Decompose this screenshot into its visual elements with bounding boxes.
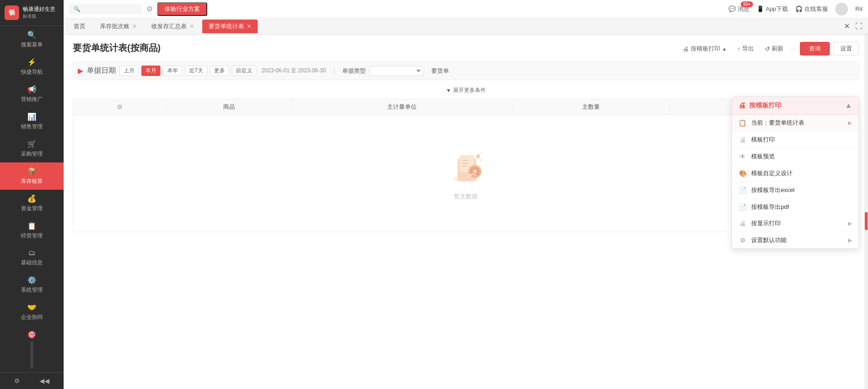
sidebar-item-enterprise[interactable]: 🤝企业协同 [0,298,64,326]
app-name: 畅康通好生意 [23,6,55,13]
app-icon: 📱 [757,5,764,12]
refresh-button[interactable]: ↺ 刷新 [761,43,787,55]
tab-inventory-batch[interactable]: 库存批次账✕ [94,20,143,33]
tab-close-inventory-batch[interactable]: ✕ [132,23,137,30]
date-btn-more[interactable]: 更多 [210,66,229,76]
trial-button[interactable]: 体验行业方案 [157,2,207,16]
table-settings-icon[interactable]: ⚙ [117,103,123,111]
expand-icon[interactable]: ▶ [78,66,83,75]
message-button[interactable]: 💬 消息 99+ [728,5,749,13]
right-scrollbar[interactable] [864,35,868,389]
sidebar-logo: 畅 畅康通好生意 标准版 [0,0,64,26]
tab-home[interactable]: 首页 [67,20,92,33]
topbar-right: 💬 消息 99+ 📱 App下载 🎧 在线客服 Rit [728,3,863,15]
dropdown-subitem-display-print[interactable]: 🖨按显示打印▶ [732,215,858,232]
date-btn-custom[interactable]: 自定义 [232,66,256,76]
tab-label-home: 首页 [74,22,85,30]
expand-more-icon: ▼ [446,87,451,94]
sidebar-nav: 🔍搜索菜单⚡快捷导航📢营销推广📊销售管理🛒采购管理📦库存核算💰资金管理📋经营管理… [0,26,64,339]
sidebar-item-marketing[interactable]: 📢营销推广 [0,81,64,108]
date-btn-last-7[interactable]: 近7天 [185,66,207,76]
headset-icon: 🎧 [795,5,803,12]
tab-order-stats[interactable]: 要货单统计表✕ [202,20,258,33]
sidebar-item-search[interactable]: 🔍搜索菜单 [0,26,64,53]
sidebar-item-sales[interactable]: 📊销售管理 [0,108,64,135]
finance-icon: 💰 [27,194,36,203]
maximize-button[interactable]: ⛶ [853,20,864,32]
dropdown-current-item[interactable]: 📋 当前：要货单统计表 ▶ [732,115,858,131]
dropdown-item-label-export-excel: 按模板导出excel [751,186,794,194]
sidebar-item-quick-nav[interactable]: ⚡快捷导航 [0,53,64,81]
nav-label-operations: 经营管理 [21,232,43,240]
action-bar: 🖨 按模板打印 ▲ ↑ 导出 ↺ 刷新 ··· 查询 设置 [679,42,859,56]
sidebar-item-system[interactable]: ⚙️系统管理 [0,271,64,298]
print-button[interactable]: 🖨 按模板打印 ▲ [679,43,730,55]
sidebar-item-operations[interactable]: 📋经营管理 [0,217,64,244]
main-content: 🔍 ⚙ 体验行业方案 💬 消息 99+ 📱 App下载 🎧 在线客服 Rit 首… [64,0,868,389]
audio-icon[interactable]: ◀◀ [40,377,50,384]
empty-text: 暂无数据 [454,192,478,201]
search-icon: 🔍 [74,6,80,12]
tab-close-receipt-summary[interactable]: ✕ [190,23,194,30]
tab-close-order-stats[interactable]: ✕ [247,23,251,30]
dropdown-item-export-excel[interactable]: 📄按模板导出excel [732,182,858,199]
col-header-unit: 主计量单位 [291,99,512,115]
nav-label-sales: 销售管理 [21,123,43,131]
dropdown-item-label-template-preview: 模板预览 [751,152,775,161]
topbar-search[interactable]: 🔍 [69,4,142,14]
tab-label-inventory-batch: 库存批次账 [100,22,130,30]
dropdown-close-button[interactable]: ▲ [845,101,852,110]
sidebar-item-newbie[interactable]: 🎯新手引导 [0,326,64,339]
sidebar-item-inventory[interactable]: 📦库存核算 [0,162,64,190]
nav-label-finance: 资金管理 [21,205,43,212]
expand-conditions-button[interactable]: ▼ 展开更多条件 [440,85,491,96]
current-item-arrow-icon: ▶ [848,120,852,126]
newbie-icon: 🎯 [27,330,36,339]
close-tab-button[interactable]: ✕ [842,20,852,32]
dropdown-item-template-design[interactable]: 🎨模板自定义设计 [732,165,858,182]
dropdown-item-export-pdf[interactable]: 📄按模板导出pdf [732,199,858,215]
sidebar-item-purchase[interactable]: 🛒采购管理 [0,135,64,162]
query-button[interactable]: 查询 [800,42,830,56]
dropdown-item-template-print[interactable]: 🖨模板打印 [732,131,858,148]
nav-label-quick-nav: 快捷导航 [21,68,43,76]
template-print-icon: 🖨 [738,136,747,143]
sidebar-item-finance[interactable]: 💰资金管理 [0,190,64,217]
svg-point-12 [479,152,481,154]
dropdown-subitem-set-default[interactable]: ⚙设置默认功能▶ [732,232,858,248]
nav-label-enterprise: 企业协同 [21,313,43,321]
svg-point-10 [476,154,480,158]
date-btn-this-year[interactable]: 本年 [163,66,182,76]
settings-icon[interactable]: ⚙ [14,377,20,384]
dropdown-item-template-preview[interactable]: 👁模板预览 [732,148,858,165]
tab-receipt-summary[interactable]: 收发存汇总表✕ [145,20,200,33]
col-header-settings[interactable]: ⚙ [73,99,166,115]
purchase-icon: 🛒 [27,140,36,148]
export-icon: ↑ [738,45,741,52]
expand-row: ▼ 展开更多条件 [73,85,859,96]
tab-label-receipt-summary: 收发存汇总表 [151,22,187,30]
settings-button[interactable]: 设置 [833,42,859,56]
app-download-button[interactable]: 📱 App下载 [757,5,788,13]
sidebar-item-basic[interactable]: 🗂基础信息 [0,244,64,271]
topbar: 🔍 ⚙ 体验行业方案 💬 消息 99+ 📱 App下载 🎧 在线客服 Rit [64,0,868,18]
current-item-icon: 📋 [738,119,747,126]
more-options-icon[interactable]: ··· [791,45,796,52]
arrow-icon: ▶ [848,220,852,227]
date-btn-prev-month[interactable]: 上月 [120,66,139,76]
export-button[interactable]: ↑ 导出 [734,43,758,55]
basic-icon: 🗂 [28,249,35,257]
col-header-product: 商品 [166,99,292,115]
date-btn-this-month[interactable]: 本月 [141,66,160,76]
user-avatar[interactable] [835,3,848,15]
online-service-button[interactable]: 🎧 在线客服 [795,5,828,13]
marketing-icon: 📢 [27,85,36,94]
print-icon: 🖨 [683,45,689,52]
nav-label-inventory: 库存核算 [21,177,43,185]
sidebar: 畅 畅康通好生意 标准版 🔍搜索菜单⚡快捷导航📢营销推广📊销售管理🛒采购管理📦库… [0,0,64,389]
date-range: 2023-06-01 至 2023-06-30 [262,67,326,75]
dropdown-current-label: 当前：要货单统计表 [751,119,804,127]
type-select[interactable] [369,66,424,76]
topbar-settings-icon[interactable]: ⚙ [146,5,153,13]
dropdown-subitem-label-display-print: 按显示打印 [751,219,781,227]
